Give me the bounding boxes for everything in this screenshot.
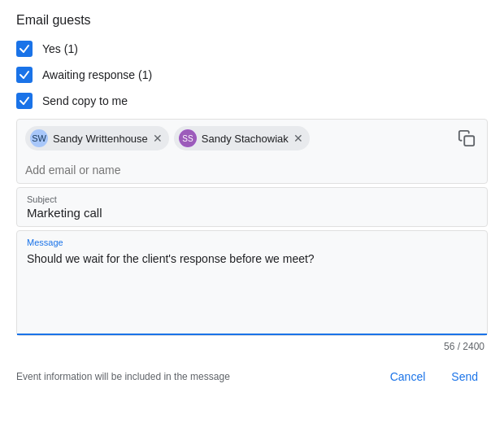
checkbox-awaiting-label: Awaiting response (1) (42, 68, 152, 81)
checkbox-awaiting-box (16, 67, 33, 83)
chip-sandy-s[interactable]: SS Sandy Stachowiak ✕ (174, 126, 310, 150)
recipients-row: SW Sandy Writtenhouse ✕ SS Sandy Stachow… (17, 120, 487, 157)
avatar-sandy-s: SS (179, 129, 197, 147)
dialog-title: Email guests (16, 13, 488, 28)
chip-name-sandy-w: Sandy Writtenhouse (53, 133, 148, 145)
send-button[interactable]: Send (441, 364, 488, 390)
message-section[interactable]: Message Should we wait for the client's … (16, 230, 488, 336)
checkbox-awaiting[interactable]: Awaiting response (1) (16, 67, 488, 83)
checkbox-yes-box (16, 41, 33, 57)
checkbox-copy-label: Send copy to me (42, 94, 128, 107)
checkbox-yes[interactable]: Yes (1) (16, 41, 488, 57)
message-text: Should we wait for the client's response… (27, 251, 477, 268)
chip-close-sandy-w[interactable]: ✕ (153, 133, 163, 144)
svg-rect-2 (464, 136, 474, 146)
subject-field: Subject Marketing call (16, 187, 488, 227)
recipients-section: SW Sandy Writtenhouse ✕ SS Sandy Stachow… (16, 119, 488, 184)
svg-text:SS: SS (182, 134, 193, 143)
email-guests-dialog: Email guests Yes (1) Awaiting response (… (0, 0, 504, 406)
chip-name-sandy-s: Sandy Stachowiak (202, 133, 289, 145)
checkbox-copy[interactable]: Send copy to me (16, 93, 488, 109)
checkbox-yes-label: Yes (1) (42, 42, 78, 55)
char-count: 56 / 2400 (16, 339, 488, 354)
message-label: Message (27, 238, 477, 247)
footer-info: Event information will be included in th… (16, 371, 230, 382)
chip-close-sandy-s[interactable]: ✕ (293, 133, 303, 144)
add-email-input[interactable] (17, 157, 487, 183)
checkbox-copy-box (16, 93, 33, 109)
cancel-button[interactable]: Cancel (380, 364, 436, 390)
message-underline (17, 334, 487, 335)
footer-actions: Cancel Send (380, 364, 488, 390)
avatar-sandy-w: SW (30, 129, 48, 147)
copy-icon[interactable] (454, 126, 479, 150)
subject-label: Subject (27, 194, 477, 204)
subject-value: Marketing call (27, 206, 477, 220)
dialog-footer: Event information will be included in th… (16, 360, 488, 393)
chip-sandy-w[interactable]: SW Sandy Writtenhouse ✕ (25, 126, 169, 150)
